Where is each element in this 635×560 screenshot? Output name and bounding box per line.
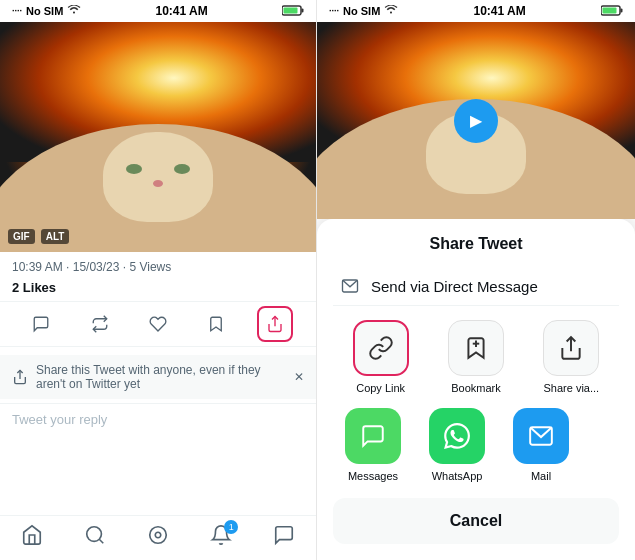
tweet-actions: [0, 301, 316, 347]
svg-point-7: [155, 532, 161, 538]
svg-rect-1: [301, 8, 303, 12]
nav-notifications[interactable]: 1: [210, 524, 232, 552]
copy-link-label: Copy Link: [356, 382, 405, 394]
tweet-likes: 2 Likes: [0, 278, 316, 297]
nav-search[interactable]: [84, 524, 106, 552]
wifi-icon-left: [67, 5, 81, 17]
nav-messages[interactable]: [273, 524, 295, 552]
whatsapp-option[interactable]: WhatsApp: [429, 408, 485, 482]
battery-icon-left: [282, 5, 304, 18]
svg-point-5: [87, 527, 102, 542]
share-banner-close[interactable]: ✕: [294, 370, 304, 384]
bookmark-icon: [448, 320, 504, 376]
nav-spaces[interactable]: [147, 524, 169, 552]
share-banner-text: Share this Tweet with anyone, even if th…: [36, 363, 286, 391]
mail-option[interactable]: Mail: [513, 408, 569, 482]
retweet-button[interactable]: [82, 306, 118, 342]
right-panel: ···· No SIM 10:41 AM ▶: [317, 0, 635, 560]
share-options-row1: Copy Link Bookmark Share via...: [333, 320, 619, 394]
share-title: Share Tweet: [333, 235, 619, 253]
share-options-row2: Messages WhatsApp Mail: [333, 408, 619, 482]
copy-link-option[interactable]: Copy Link: [353, 320, 409, 394]
notification-badge: 1: [224, 520, 238, 534]
meme-background: [0, 22, 316, 252]
messages-option[interactable]: Messages: [345, 408, 401, 482]
cancel-button[interactable]: Cancel: [333, 498, 619, 544]
time-left: 10:41 AM: [156, 4, 208, 18]
image-labels: GIF ALT: [8, 229, 69, 244]
share-via-label: Share via...: [543, 382, 599, 394]
signal-dots: ····: [12, 6, 22, 16]
carrier-right: No SIM: [343, 5, 380, 17]
mail-label: Mail: [531, 470, 551, 482]
bookmark-label: Bookmark: [451, 382, 501, 394]
svg-rect-2: [283, 7, 297, 13]
copy-link-icon: [353, 320, 409, 376]
battery-icon-right: [601, 5, 623, 18]
alt-label: ALT: [41, 229, 70, 244]
svg-line-6: [99, 539, 103, 543]
like-button[interactable]: [140, 306, 176, 342]
svg-rect-11: [602, 7, 616, 13]
time-right: 10:41 AM: [474, 4, 526, 18]
dm-label: Send via Direct Message: [371, 278, 538, 295]
share-banner: Share this Tweet with anyone, even if th…: [0, 355, 316, 399]
bookmark-button[interactable]: [198, 306, 234, 342]
reply-input[interactable]: Tweet your reply: [0, 403, 316, 435]
mail-icon: [513, 408, 569, 464]
svg-rect-10: [620, 8, 622, 12]
send-via-dm[interactable]: Send via Direct Message: [333, 267, 619, 306]
share-sheet: Share Tweet Send via Direct Message Copy…: [317, 219, 635, 560]
svg-point-8: [150, 527, 167, 544]
wifi-icon-right: [384, 5, 398, 17]
messages-label: Messages: [348, 470, 398, 482]
share-via-icon: [543, 320, 599, 376]
carrier-left: No SIM: [26, 5, 63, 17]
status-bar-left: ···· No SIM 10:41 AM: [0, 0, 316, 22]
gif-label: GIF: [8, 229, 35, 244]
share-button[interactable]: [257, 306, 293, 342]
bookmark-option[interactable]: Bookmark: [448, 320, 504, 394]
messages-icon: [345, 408, 401, 464]
whatsapp-icon: [429, 408, 485, 464]
left-panel: ···· No SIM 10:41 AM: [0, 0, 317, 560]
bottom-nav: 1: [0, 515, 316, 560]
reply-placeholder: Tweet your reply: [12, 412, 107, 427]
signal-dots-right: ····: [329, 6, 339, 16]
status-bar-right: ···· No SIM 10:41 AM: [317, 0, 635, 22]
whatsapp-label: WhatsApp: [432, 470, 483, 482]
nav-home[interactable]: [21, 524, 43, 552]
comment-button[interactable]: [23, 306, 59, 342]
right-top-image: ▶: [317, 22, 635, 219]
tweet-meta: 10:39 AM · 15/03/23 · 5 Views: [0, 252, 316, 278]
tweet-image: GIF ALT: [0, 22, 316, 252]
share-via-option[interactable]: Share via...: [543, 320, 599, 394]
play-button[interactable]: ▶: [454, 99, 498, 143]
